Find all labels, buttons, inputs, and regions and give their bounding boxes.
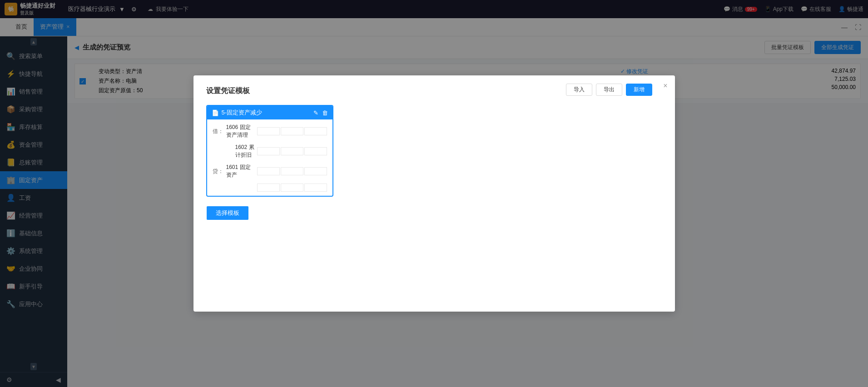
template-delete-icon[interactable]: 🗑 (322, 109, 328, 116)
cell-1-3 (304, 127, 327, 135)
cell-4-2 (281, 184, 303, 192)
cell-2-2 (281, 147, 303, 155)
template-entry-2: 1602 累计折旧 (207, 141, 332, 161)
cell-1-1 (257, 127, 280, 135)
cell-4-1 (257, 184, 280, 192)
template-actions: ✎ 🗑 (313, 109, 328, 116)
modal: 设置凭证模板 导入 导出 新增 × 📄 5-固定资产减少 (193, 75, 675, 312)
modal-toolbar: 导入 导出 新增 (566, 84, 652, 96)
modal-close-button[interactable]: × (663, 82, 667, 90)
new-template-button[interactable]: 新增 (626, 84, 652, 96)
template-card-header: 📄 5-固定资产减少 ✎ 🗑 (207, 106, 332, 119)
cell-2-3 (304, 147, 327, 155)
template-edit-icon[interactable]: ✎ (313, 109, 318, 116)
import-button[interactable]: 导入 (566, 84, 592, 96)
cell-1-2 (281, 127, 303, 135)
cell-3-3 (304, 167, 327, 175)
select-template-area: 选择模板 (206, 206, 662, 220)
content-area: ▲ 🔍 搜索菜单 ⚡ 快捷导航 📊 销售管理 📦 采购管理 🏪 库存核算 (0, 36, 868, 387)
template-grid: 📄 5-固定资产减少 ✎ 🗑 借： 1606 固定资产清理 (206, 105, 662, 197)
cell-4-3 (304, 184, 327, 192)
cell-2-1 (257, 147, 280, 155)
template-entry-3: 贷： 1601 固定资产 (207, 161, 332, 181)
modal-overlay[interactable]: 设置凭证模板 导入 导出 新增 × 📄 5-固定资产减少 (67, 36, 868, 387)
template-card-body: 借： 1606 固定资产清理 1602 累计折旧 (207, 119, 332, 196)
cell-3-1 (257, 167, 280, 175)
template-entry-4 (207, 181, 332, 194)
template-entry-1: 借： 1606 固定资产清理 (207, 121, 332, 141)
export-button[interactable]: 导出 (596, 84, 622, 96)
main-area: ◀ 生成的凭证预览 批量凭证模板 全部生成凭证 ✓ (67, 36, 868, 387)
select-template-button[interactable]: 选择模板 (206, 206, 249, 220)
template-card: 📄 5-固定资产减少 ✎ 🗑 借： 1606 固定资产清理 (206, 105, 333, 197)
cell-3-2 (281, 167, 303, 175)
